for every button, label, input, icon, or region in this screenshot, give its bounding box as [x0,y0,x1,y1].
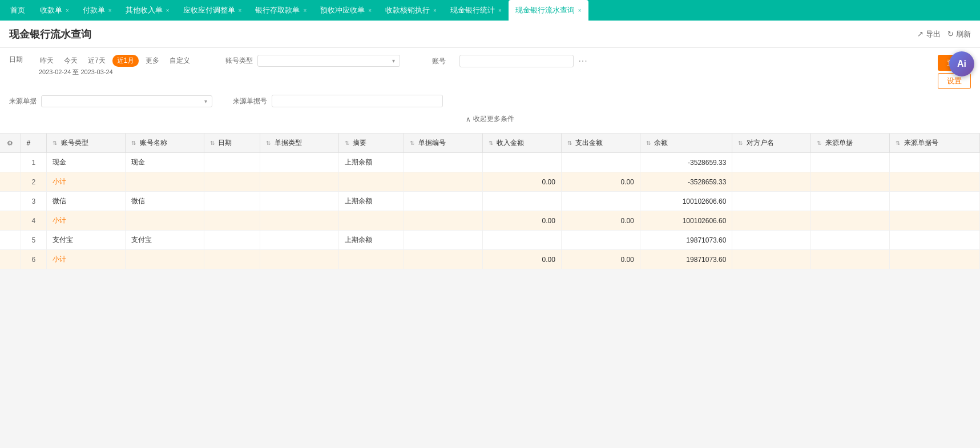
table-cell-expense: 0.00 [561,211,640,231]
sort-icon: ⇅ [410,140,414,146]
table-col-balance[interactable]: ⇅ 余额 [640,134,732,153]
table-col-income[interactable]: ⇅ 收入金额 [483,134,562,153]
date-yesterday[interactable]: 昨天 [37,55,57,67]
table-cell-doc_type [260,172,339,192]
table-cell-expense: 0.00 [561,172,640,192]
table-cell-account_name [126,211,204,231]
nav-tab-yinhangcunqukuandan[interactable]: 银行存取款单 × [248,0,313,21]
table-cell-account_type: 现金 [47,153,126,172]
page-title: 现金银行流水查询 [9,27,91,41]
data-table: ⚙ # ⇅ 账号类型 ⇅ 账号名称 ⇅ 日期 ⇅ 单据类型 [0,134,980,269]
account-more-button[interactable]: ··· [578,56,587,66]
table-cell-balance: 100102606.60 [640,192,732,211]
nav-tab-shoukuandan[interactable]: 收款单 × [33,0,76,21]
table-cell-summary [339,211,404,231]
table-col-account-name[interactable]: ⇅ 账号名称 [126,134,204,153]
close-icon[interactable]: × [368,7,372,14]
close-icon[interactable]: × [433,7,437,14]
nav-home[interactable]: 首页 [2,0,33,21]
table-col-summary[interactable]: ⇅ 摘要 [339,134,404,153]
table-cell-account_type: 微信 [47,192,126,211]
filter-area: 日期 昨天 今天 近7天 近1月 更多 自定义 2023-02-24 至 202… [0,48,980,134]
date-more[interactable]: 更多 [142,55,163,67]
source-doc-num-input[interactable] [272,95,443,107]
nav-tab-fukuandan[interactable]: 付款单 × [76,0,119,21]
table-col-doc-no[interactable]: ⇅ 单据编号 [404,134,483,153]
table-cell-balance: -3528659.33 [640,172,732,192]
sort-icon: ⇅ [567,140,572,146]
table-cell-account_name: 现金 [126,153,204,172]
table-col-date[interactable]: ⇅ 日期 [204,134,260,153]
table-col-doc-type[interactable]: ⇅ 单据类型 [260,134,339,153]
table-row: 4小计0.000.00100102606.60 [0,211,980,231]
table-cell-doc_type [260,153,339,172]
source-doc-label: 来源单据 [9,96,37,106]
account-type-select[interactable]: ▾ [257,55,400,67]
nav-tab-yushouzhongyingshoukuan[interactable]: 预收冲应收单 × [313,0,378,21]
table-col-source-doc[interactable]: ⇅ 来源单据 [811,134,890,153]
table-row: 5支付宝支付宝上期余额19871073.60 [0,231,980,250]
table-row: 2小计0.000.00-3528659.33 [0,172,980,192]
sort-icon: ⇅ [489,140,493,146]
close-icon[interactable]: × [303,7,306,14]
table-cell-expense [561,153,640,172]
table-cell-date [204,153,260,172]
table-row: 1现金现金上期余额-3528659.33 [0,153,980,172]
ai-assistant-button[interactable]: Ai [949,51,974,76]
chevron-down-icon: ▾ [204,98,207,104]
table-col-source-doc-no[interactable]: ⇅ 来源单据号 [890,134,980,153]
table-col-counterparty[interactable]: ⇅ 对方户名 [732,134,811,153]
table-cell-expense [561,231,640,250]
account-input[interactable] [459,55,574,67]
refresh-button[interactable]: ↻ 刷新 [947,29,971,39]
close-icon[interactable]: × [108,7,112,14]
table-cell-doc_no [404,153,483,172]
table-col-expense[interactable]: ⇅ 支出金额 [561,134,640,153]
table-cell-account_type: 支付宝 [47,231,126,250]
source-doc-select[interactable]: ▾ [41,95,212,107]
table-cell-date [204,231,260,250]
table-cell-source_doc_no [890,231,980,250]
table-col-num: # [21,134,47,153]
date-options: 昨天 今天 近7天 近1月 更多 自定义 [37,55,193,67]
date-1month[interactable]: 近1月 [112,55,139,67]
export-button[interactable]: ↗ 导出 [917,29,941,39]
date-custom[interactable]: 自定义 [166,55,193,67]
close-icon[interactable]: × [166,7,170,14]
collapse-icon: ∧ [466,115,471,123]
sort-icon: ⇅ [266,140,271,146]
table-cell-source_doc_no [890,172,980,192]
gear-icon[interactable]: ⚙ [7,139,13,147]
table-cell-gear [0,153,21,172]
table-cell-income: 0.00 [483,172,562,192]
table-col-gear[interactable]: ⚙ [0,134,21,153]
nav-tab-yingshouyingfutiaozhendan[interactable]: 应收应付调整单 × [176,0,249,21]
table-cell-counterparty [732,153,811,172]
sort-icon: ⇅ [896,140,900,146]
table-cell-doc_no [404,192,483,211]
table-cell-account_name: 微信 [126,192,204,211]
date-7days[interactable]: 近7天 [84,55,109,67]
table-cell-num: 5 [21,231,47,250]
table-cell-date [204,192,260,211]
table-cell-doc_no [404,231,483,250]
table-cell-income [483,153,562,172]
table-col-account-type[interactable]: ⇅ 账号类型 [47,134,126,153]
table-cell-source_doc_no [890,192,980,211]
table-cell-account_name: 支付宝 [126,231,204,250]
close-icon[interactable]: × [578,7,582,14]
collapse-bar[interactable]: ∧ 收起更多条件 [9,112,971,126]
account-type-label: 账号类型 [225,56,253,66]
table-cell-doc_no [404,250,483,269]
date-today[interactable]: 今天 [61,55,81,67]
nav-tab-shoukuanhexiaoz[interactable]: 收款核销执行 × [378,0,443,21]
nav-tab-qitashouruden[interactable]: 其他收入单 × [119,0,176,21]
close-icon[interactable]: × [66,7,69,14]
table-cell-source_doc_no [890,211,980,231]
nav-tab-xianjinyinhangtongjit[interactable]: 现金银行统计 × [443,0,509,21]
table-cell-num: 1 [21,153,47,172]
close-icon[interactable]: × [498,7,502,14]
nav-tab-xianjinyinhangliushuichaxun[interactable]: 现金银行流水查询 × [509,0,588,21]
table-cell-doc_type [260,211,339,231]
close-icon[interactable]: × [239,7,242,14]
